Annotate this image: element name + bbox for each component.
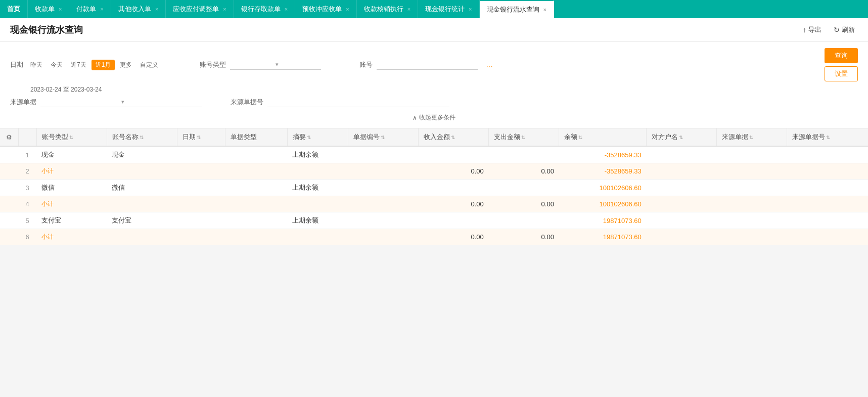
cell-account-name: 现金 [107, 146, 177, 163]
cell-date [177, 229, 225, 245]
data-table: ⚙ 账号类型⇅ 账号名称⇅ 日期⇅ 单据类型 摘要⇅ 单据编号⇅ 收入金额⇅ 支… [0, 128, 868, 245]
cell-date [177, 212, 225, 229]
col-source-doc-no[interactable]: 来源单据号⇅ [787, 128, 868, 146]
source-doc-arrow: ▾ [121, 99, 200, 105]
cell-expense [489, 180, 559, 196]
cell-no: 1 [18, 146, 36, 163]
cell-checkbox [0, 196, 18, 212]
cell-account-type: 现金 [36, 146, 107, 163]
date-btn-custom[interactable]: 自定义 [137, 60, 161, 70]
refresh-button[interactable]: ↻ 刷新 [831, 23, 858, 36]
nav-tab-home[interactable]: 首页 [0, 0, 28, 18]
cell-account-type: 小计 [36, 196, 107, 212]
cell-doc-no [348, 229, 419, 245]
date-range-display: 2023-02-24 至 2023-03-24 [28, 85, 858, 94]
cell-doc-no [348, 180, 419, 196]
nav-tab-ar-ap-adjust[interactable]: 应收应付调整单× [166, 0, 234, 18]
col-date[interactable]: 日期⇅ [177, 128, 225, 146]
cell-no: 3 [18, 180, 36, 196]
cell-checkbox [0, 146, 18, 163]
date-btn-1month[interactable]: 近1月 [92, 60, 115, 70]
close-tab-bank-deposit[interactable]: × [285, 6, 288, 12]
col-counter-party[interactable]: 对方户名⇅ [647, 128, 717, 146]
cell-source-doc [717, 163, 787, 180]
cell-no: 5 [18, 212, 36, 229]
account-input[interactable] [377, 60, 478, 70]
nav-tab-receipt[interactable]: 收款单× [28, 0, 69, 18]
date-range-text: 2023-02-24 至 2023-03-24 [30, 86, 102, 93]
col-summary[interactable]: 摘要⇅ [287, 128, 348, 146]
source-doc-no-input[interactable] [267, 97, 449, 107]
nav-tab-verify-exec[interactable]: 收款核销执行× [357, 0, 418, 18]
account-type-select[interactable]: ▾ [230, 60, 321, 70]
cell-counter-party [647, 196, 717, 212]
col-doc-no[interactable]: 单据编号⇅ [348, 128, 419, 146]
nav-tab-other-income[interactable]: 其他收入单× [111, 0, 166, 18]
filter-area: 日期 昨天 今天 近7天 近1月 更多 自定义 账号类型 ▾ 账号 ... [0, 42, 868, 128]
nav-tab-bank-deposit[interactable]: 银行存取款单× [234, 0, 295, 18]
date-btn-today[interactable]: 今天 [48, 60, 66, 70]
collapse-bar[interactable]: ∧ 收起更多条件 [10, 111, 858, 124]
date-btn-7days[interactable]: 近7天 [68, 60, 89, 70]
account-type-arrow: ▾ [276, 61, 319, 68]
cell-account-name: 微信 [107, 180, 177, 196]
query-button[interactable]: 查询 [825, 48, 858, 63]
col-expense[interactable]: 支出金额⇅ [489, 128, 559, 146]
cell-doc-no [348, 212, 419, 229]
table-row: 6小计0.000.0019871073.60 [0, 229, 868, 245]
cell-checkbox [0, 229, 18, 245]
cell-doc-no [348, 146, 419, 163]
cell-counter-party [647, 180, 717, 196]
refresh-label: 刷新 [842, 25, 855, 34]
table-header-row: ⚙ 账号类型⇅ 账号名称⇅ 日期⇅ 单据类型 摘要⇅ 单据编号⇅ 收入金额⇅ 支… [0, 128, 868, 146]
date-label: 日期 [10, 60, 23, 69]
close-tab-cash-stat[interactable]: × [469, 6, 472, 12]
date-btn-yesterday[interactable]: 昨天 [27, 60, 45, 70]
export-button[interactable]: ↑ 导出 [800, 23, 825, 36]
close-tab-payment[interactable]: × [100, 6, 103, 12]
cell-checkbox [0, 212, 18, 229]
nav-tab-cash-flow[interactable]: 现金银行流水查询× [480, 0, 554, 18]
cell-source-doc-no [787, 196, 868, 212]
close-tab-receipt[interactable]: × [59, 6, 62, 12]
cell-account-name [107, 163, 177, 180]
col-source-doc[interactable]: 来源单据⇅ [717, 128, 787, 146]
close-tab-pre-charge[interactable]: × [346, 6, 349, 12]
settings-button[interactable]: 设置 [825, 66, 858, 81]
table-row: 3微信微信上期余额100102606.60 [0, 180, 868, 196]
close-tab-cash-flow[interactable]: × [543, 7, 546, 13]
account-dots-btn[interactable]: ... [486, 60, 492, 69]
refresh-icon: ↻ [834, 26, 840, 34]
col-account-name[interactable]: 账号名称⇅ [107, 128, 177, 146]
table-body: 1现金现金上期余额-3528659.332小计0.000.00-3528659.… [0, 146, 868, 245]
nav-tab-pre-charge[interactable]: 预收冲应收单× [295, 0, 356, 18]
source-doc-label: 来源单据 [10, 98, 36, 107]
col-balance[interactable]: 余额⇅ [559, 128, 647, 146]
col-account-type[interactable]: 账号类型⇅ [36, 128, 107, 146]
cell-expense: 0.00 [489, 163, 559, 180]
nav-tab-cash-stat[interactable]: 现金银行统计× [418, 0, 479, 18]
table-row: 5支付宝支付宝上期余额19871073.60 [0, 212, 868, 229]
close-tab-verify-exec[interactable]: × [407, 6, 410, 12]
cell-source-doc [717, 212, 787, 229]
page-title: 现金银行流水查询 [10, 24, 83, 36]
close-tab-other-income[interactable]: × [155, 6, 158, 12]
filter-row-1: 日期 昨天 今天 近7天 近1月 更多 自定义 账号类型 ▾ 账号 ... [10, 48, 858, 81]
close-tab-ar-ap-adjust[interactable]: × [223, 6, 226, 12]
nav-tab-payment[interactable]: 付款单× [69, 0, 111, 18]
cell-account-type: 支付宝 [36, 212, 107, 229]
cell-summary: 上期余额 [287, 180, 348, 196]
collapse-icon: ∧ [413, 114, 417, 121]
col-income[interactable]: 收入金额⇅ [419, 128, 489, 146]
cell-source-doc [717, 196, 787, 212]
col-gear[interactable]: ⚙ [0, 128, 18, 146]
date-btn-more[interactable]: 更多 [117, 60, 135, 70]
date-range-picker: 昨天 今天 近7天 近1月 更多 自定义 [27, 60, 161, 70]
source-doc-no-label: 来源单据号 [231, 98, 263, 107]
source-doc-value [42, 98, 121, 106]
cell-checkbox [0, 180, 18, 196]
cell-income [419, 212, 489, 229]
cell-date [177, 180, 225, 196]
source-doc-select[interactable]: ▾ [40, 97, 202, 107]
cell-income: 0.00 [419, 229, 489, 245]
